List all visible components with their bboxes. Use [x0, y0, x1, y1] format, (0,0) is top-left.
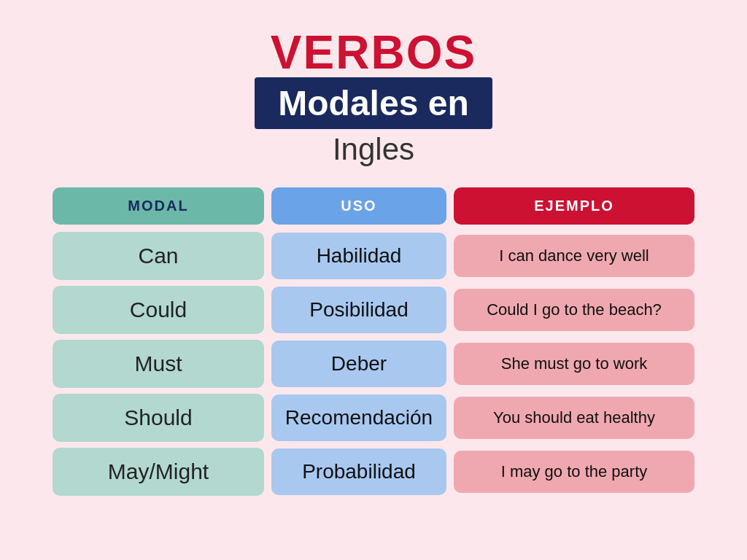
verbos-title: VERBOS [255, 29, 492, 76]
uso-cell-may: Probabilidad [271, 448, 446, 495]
uso-cell-could: Posibilidad [271, 287, 446, 333]
ejemplo-cell-may: I may go to the party [454, 451, 694, 493]
ejemplo-cell-can: I can dance very well [454, 235, 694, 277]
ingles-subtitle: Ingles [255, 132, 492, 167]
uso-cell-should: Recomendación [271, 394, 446, 441]
uso-cell-can: Habilidad [271, 233, 446, 279]
modal-cell-could: Could [53, 286, 264, 334]
modal-cell-may: May/Might [53, 448, 264, 496]
table-row: Could Posibilidad Could I go to the beac… [53, 286, 694, 334]
modal-verbs-table: MODAL USO EJEMPLO Can Habilidad I can da… [53, 187, 694, 502]
table-header-row: MODAL USO EJEMPLO [53, 187, 694, 225]
modal-cell-can: Can [53, 232, 264, 280]
table-row: May/Might Probabilidad I may go to the p… [53, 448, 694, 496]
table-row: Should Recomendación You should eat heal… [53, 394, 694, 442]
ejemplo-cell-must: She must go to work [454, 343, 694, 385]
col-uso-header: USO [271, 187, 446, 225]
table-row: Can Habilidad I can dance very well [53, 232, 694, 280]
ejemplo-cell-should: You should eat healthy [454, 397, 694, 439]
ejemplo-cell-could: Could I go to the beach? [454, 289, 694, 331]
uso-cell-must: Deber [271, 341, 446, 387]
modales-banner: Modales en [255, 77, 492, 129]
table-row: Must Deber She must go to work [53, 340, 694, 388]
col-ejemplo-header: EJEMPLO [454, 187, 694, 225]
modal-cell-must: Must [53, 340, 264, 388]
col-modal-header: MODAL [53, 187, 264, 225]
modal-cell-should: Should [53, 394, 264, 442]
page-header: VERBOS Modales en Ingles [255, 29, 492, 167]
